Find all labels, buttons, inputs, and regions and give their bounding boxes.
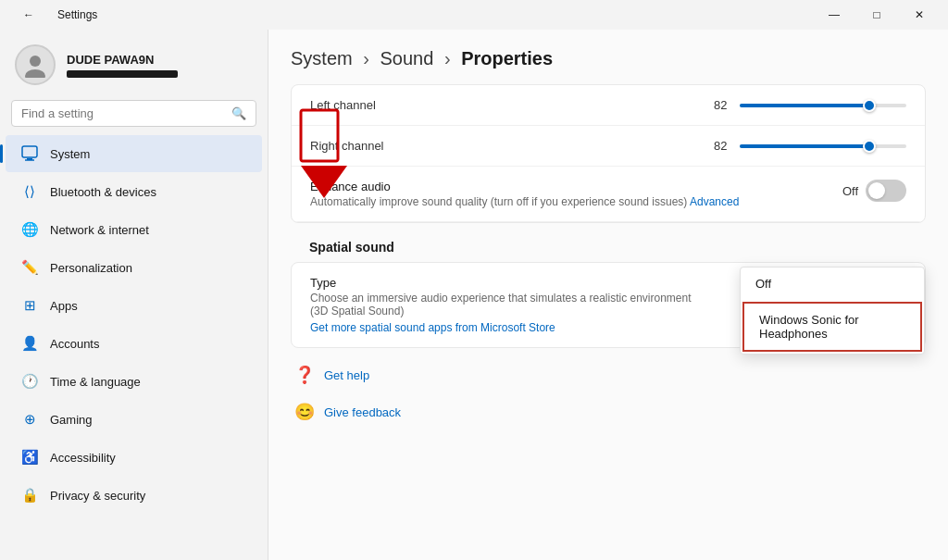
personalization-icon: ✏️ <box>20 258 39 277</box>
privacy-icon: 🔒 <box>20 486 39 504</box>
time-icon: 🕐 <box>20 372 39 391</box>
sidebar-item-label-time: Time & language <box>50 375 141 389</box>
search-input[interactable] <box>21 106 224 120</box>
enhance-toggle-thumb <box>868 182 885 199</box>
sidebar-item-bluetooth[interactable]: ⟨⟩ Bluetooth & devices <box>6 173 262 210</box>
get-help-icon: ❓ <box>294 365 315 385</box>
right-channel-slider-container: 82 <box>714 139 906 153</box>
sidebar-item-accessibility[interactable]: ♿ Accessibility <box>6 439 262 476</box>
titlebar-controls: — □ ✕ <box>813 0 941 30</box>
sidebar-item-system[interactable]: System <box>6 135 262 172</box>
svg-rect-2 <box>22 146 37 157</box>
svg-point-0 <box>30 56 41 67</box>
enhance-audio-label: Enhance audio <box>310 180 739 193</box>
get-help-label: Get help <box>324 368 369 382</box>
apps-icon: ⊞ <box>20 296 39 315</box>
back-button[interactable]: ← <box>7 0 50 30</box>
sidebar-item-label-privacy: Privacy & security <box>50 489 145 503</box>
type-desc: Choose an immersive audio experience tha… <box>310 292 708 317</box>
bluetooth-icon: ⟨⟩ <box>20 182 39 201</box>
enhance-audio-desc: Automatically improve sound quality (tur… <box>310 195 739 208</box>
breadcrumb-sep1: › <box>363 48 369 68</box>
close-button[interactable]: ✕ <box>898 0 941 30</box>
right-channel-row: Right channel 82 <box>292 126 925 167</box>
breadcrumb-properties: Properties <box>461 48 553 68</box>
maximize-button[interactable]: □ <box>855 0 898 30</box>
type-row: Type Choose an immersive audio experienc… <box>292 263 925 347</box>
sidebar-item-label-personalization: Personalization <box>50 261 132 275</box>
enhance-audio-text: Enhance audio Automatically improve soun… <box>310 180 739 208</box>
breadcrumb: System › Sound › Properties <box>291 48 926 69</box>
enhance-audio-link[interactable]: Advanced <box>690 195 739 208</box>
right-channel-fill <box>740 144 869 148</box>
user-section: DUDE PAWA9N <box>0 30 268 96</box>
sidebar-item-gaming[interactable]: ⊕ Gaming <box>6 401 262 438</box>
close-icon: ✕ <box>915 8 924 21</box>
breadcrumb-sound: Sound <box>380 48 433 68</box>
network-icon: 🌐 <box>20 220 39 239</box>
channels-card: Left channel 82 Right channel 82 <box>291 84 926 223</box>
left-channel-row: Left channel 82 <box>292 85 925 126</box>
sidebar-item-label-accounts: Accounts <box>50 337 99 351</box>
sidebar-item-label-network: Network & internet <box>50 223 149 237</box>
dropdown-menu[interactable]: Off Windows Sonic for Headphones <box>740 267 925 355</box>
right-channel-track[interactable] <box>740 144 906 148</box>
svg-point-1 <box>25 69 45 78</box>
nav-list: System ⟨⟩ Bluetooth & devices 🌐 Network … <box>0 134 268 515</box>
give-feedback-icon: 😊 <box>294 402 315 422</box>
dropdown-option-off[interactable]: Off <box>741 268 924 300</box>
accounts-icon: 👤 <box>20 334 39 353</box>
sidebar-item-label-bluetooth: Bluetooth & devices <box>50 185 156 199</box>
sidebar-item-privacy[interactable]: 🔒 Privacy & security <box>6 477 262 514</box>
type-store-link[interactable]: Get more spatial sound apps from Microso… <box>310 321 708 334</box>
left-channel-track[interactable] <box>740 104 906 107</box>
back-icon: ← <box>23 8 34 21</box>
breadcrumb-sep2: › <box>444 48 451 68</box>
dropdown-option-windows-sonic[interactable]: Windows Sonic for Headphones <box>742 302 922 352</box>
type-text: Type Choose an immersive audio experienc… <box>310 276 708 334</box>
sidebar-item-personalization[interactable]: ✏️ Personalization <box>6 249 262 286</box>
left-channel-value: 82 <box>714 98 732 112</box>
app-body: DUDE PAWA9N 🔍 System ⟨ <box>0 30 948 560</box>
minimize-button[interactable]: — <box>813 0 855 30</box>
user-name: DUDE PAWA9N <box>67 53 178 67</box>
sidebar-item-apps[interactable]: ⊞ Apps <box>6 287 262 324</box>
right-channel-thumb[interactable] <box>863 140 876 153</box>
app-title: Settings <box>57 8 97 21</box>
left-channel-fill <box>740 104 869 107</box>
sidebar: DUDE PAWA9N 🔍 System ⟨ <box>0 30 268 560</box>
titlebar-left: ← Settings <box>7 0 97 30</box>
sidebar-item-label-system: System <box>50 147 90 161</box>
user-bar <box>67 70 178 78</box>
maximize-icon: □ <box>873 8 879 21</box>
sidebar-item-label-gaming: Gaming <box>50 413 93 427</box>
search-icon: 🔍 <box>231 106 246 120</box>
titlebar: ← Settings — □ ✕ <box>0 0 948 30</box>
sidebar-item-time[interactable]: 🕐 Time & language <box>6 363 262 400</box>
right-channel-value: 82 <box>714 139 732 153</box>
left-channel-label: Left channel <box>310 98 376 112</box>
right-channel-label: Right channel <box>310 139 384 153</box>
breadcrumb-system: System <box>291 48 353 68</box>
get-help-link[interactable]: ❓ Get help <box>294 359 922 391</box>
left-channel-thumb[interactable] <box>863 99 876 112</box>
sidebar-item-accounts[interactable]: 👤 Accounts <box>6 325 262 362</box>
content-area: System › Sound › Properties Left channel… <box>268 30 948 560</box>
search-box[interactable]: 🔍 <box>11 100 256 127</box>
user-info: DUDE PAWA9N <box>67 53 178 78</box>
give-feedback-label: Give feedback <box>324 405 401 419</box>
give-feedback-link[interactable]: 😊 Give feedback <box>294 396 922 428</box>
minimize-icon: — <box>829 8 840 21</box>
sidebar-item-label-accessibility: Accessibility <box>50 451 116 465</box>
left-channel-slider-container: 82 <box>714 98 906 112</box>
enhance-audio-row: Enhance audio Automatically improve soun… <box>292 167 925 222</box>
enhance-toggle[interactable] <box>866 180 906 202</box>
type-label: Type <box>310 276 708 290</box>
sidebar-item-network[interactable]: 🌐 Network & internet <box>6 211 262 248</box>
accessibility-icon: ♿ <box>20 448 39 467</box>
spatial-sound-header: Spatial sound <box>291 227 926 262</box>
enhance-toggle-off-label: Off <box>842 184 858 198</box>
gaming-icon: ⊕ <box>20 410 39 429</box>
system-icon <box>20 144 39 163</box>
avatar <box>15 44 56 85</box>
